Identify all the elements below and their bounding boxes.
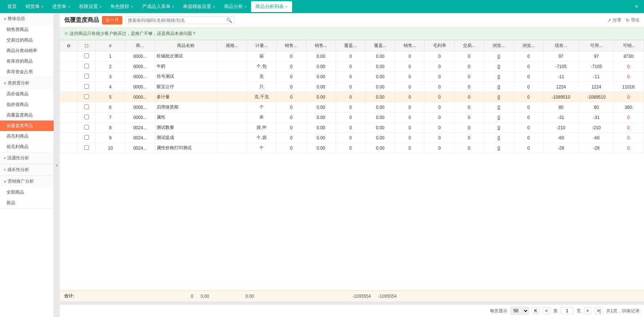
cell-check[interactable] [78,51,95,62]
close-icon[interactable]: × [213,4,215,9]
export-button[interactable]: ↻ 导出 [626,17,640,23]
close-icon[interactable]: × [68,4,70,9]
sidebar-item-low-value[interactable]: 低价值商品 [0,99,54,110]
col-code[interactable]: 商... [125,40,155,51]
sidebar-item-high-value[interactable]: 高价值商品 [0,89,54,99]
cell-view1[interactable]: 0 [484,112,514,123]
sidebar-item-low-margin[interactable]: 低毛利商品 [0,142,54,152]
cell-settings [60,62,78,72]
close-icon[interactable]: × [99,4,102,9]
sidebar-section-flow-title[interactable]: > 流通性分析 [0,152,54,164]
sidebar-item-high-margin[interactable]: 高毛利商品 [0,131,54,142]
next-page-button[interactable]: > [584,307,592,314]
tab-home[interactable]: 首页 [3,1,21,12]
sidebar-item-traded-goods[interactable]: 交易过的商品 [0,35,54,45]
sidebar-section-cluster-title[interactable]: ∨ 类群度分析 [0,78,54,89]
table-footer: 合计: 0 0.00 0.00 -1095554 -1095554 [60,290,644,301]
sidebar-item-new-goods[interactable]: 新品 [0,198,54,208]
sidebar-section-cluster: ∨ 类群度分析 高价值商品 低价值商品 高覆盖度商品 低覆盖度商品 高毛利商品 … [0,78,54,152]
close-icon[interactable]: × [131,4,133,9]
sidebar-section-growth: > 成长性分析 [0,164,54,176]
sidebar-section-overall-title[interactable]: ∨ 整体信息 [0,13,54,24]
close-icon[interactable]: × [172,4,174,9]
cell-current: -60 [543,133,578,143]
cell-gross: 0 [425,92,454,102]
table-row: 8 0024... 测试数量 袋,件 0 0.00 0 0.00 0 0 0 0… [60,123,644,133]
scrollbar[interactable] [60,301,644,304]
per-page-select[interactable]: 50 10 20 100 [510,307,529,315]
cell-settings [60,102,78,112]
tab-sales[interactable]: 销货单 × [21,1,48,12]
sidebar-item-category-rate[interactable]: 商品分类动销率 [0,45,54,56]
cell-view1[interactable]: 0 [484,62,514,72]
tab-analysis-list[interactable]: 商品分析列表 × [251,1,292,12]
tab-perm[interactable]: 权限设置 × [75,1,106,12]
cell-current: -31 [543,112,578,123]
cell-view1[interactable]: 0 [484,102,514,112]
cell-check[interactable] [78,62,95,72]
tab-product[interactable]: 产成品入库单 × [138,1,178,12]
cell-check[interactable] [78,92,95,102]
tab-role[interactable]: 角色授权 × [106,1,137,12]
page-number-input[interactable] [561,307,574,314]
cell-view1[interactable]: 0 [484,133,514,143]
cell-view1[interactable]: 0 [484,92,514,102]
col-settings[interactable]: ⚙ [60,40,78,51]
info-banner-text: ☆ 这些商品只有很少客户购买过，是推广不够，还是商品本身问题？ [64,31,196,37]
cell-cover2: 0.00 [365,92,395,102]
cell-check[interactable] [78,82,95,92]
cell-sales3: 0 [395,72,424,82]
sidebar-collapse-button[interactable]: « [54,13,60,317]
cell-spec [217,102,247,112]
prev-page-button[interactable]: < [543,307,550,314]
sidebar-item-high-coverage[interactable]: 高覆盖度商品 [0,110,54,120]
cell-view1[interactable]: 0 [484,72,514,82]
time-filter-button[interactable]: 近一月 [102,16,122,24]
page-label: 第 [553,308,558,314]
sidebar-section-marketing-title[interactable]: ∨ 营销推广分析 [0,176,54,187]
cell-check[interactable] [78,72,95,82]
cell-view1[interactable]: 0 [484,123,514,133]
last-page-button[interactable]: >| [594,307,603,314]
cell-sales3: 0 [395,82,424,92]
tab-purchase[interactable]: 进货单 × [48,1,74,12]
sidebar-section-growth-title[interactable]: > 成长性分析 [0,164,54,175]
share-button[interactable]: ↗ 分享 [608,17,621,23]
sidebar-item-low-coverage[interactable]: 低覆盖度商品 [0,120,54,131]
cell-sales-amt: 0.00 [306,72,335,82]
footer-cover2: 0.00 [246,294,254,299]
sidebar-item-stocked-goods[interactable]: 有库存的商品 [0,56,54,67]
cell-check[interactable] [78,112,95,123]
cell-view1[interactable]: 0 [484,143,514,153]
first-page-button[interactable]: K [532,307,540,314]
sidebar-item-stock-capital[interactable]: 库存资金占用 [0,67,54,77]
cell-available: 97 [579,51,614,62]
tab-product-label: 产成品入库单 [142,3,170,10]
cell-sales-amt: 0.00 [306,143,335,153]
cell-check[interactable] [78,102,95,112]
tab-analysis[interactable]: 商品分析 × [220,1,251,12]
sidebar-item-sales-goods[interactable]: 销售类商品 [0,24,54,35]
cell-check[interactable] [78,123,95,133]
cell-check[interactable] [78,133,95,143]
cell-sellable: 0: [614,72,644,82]
col-sellable: 可销... [614,40,644,51]
cell-view1[interactable]: 0 [484,51,514,62]
cell-sales-amt: 0.00 [306,92,335,102]
col-sales3: 销售... [395,40,424,51]
cell-view1[interactable]: 0 [484,82,514,92]
search-input[interactable] [128,18,226,23]
cell-code: 0024... [125,123,155,133]
cell-check[interactable] [78,143,95,153]
close-icon[interactable]: × [244,4,247,9]
close-icon[interactable]: × [41,4,43,9]
tab-template[interactable]: 单据模板设置 × [178,1,219,12]
export-label: 导出 [631,17,640,23]
sidebar-item-all-goods[interactable]: 全部商品 [0,187,54,198]
cell-code: 0024... [125,143,155,153]
cell-current: 80 [543,102,578,112]
col-check[interactable]: ☐ [78,40,95,51]
close-all-button[interactable]: × [632,3,641,10]
close-icon[interactable]: × [285,4,287,9]
cell-sales3: 0 [395,102,424,112]
